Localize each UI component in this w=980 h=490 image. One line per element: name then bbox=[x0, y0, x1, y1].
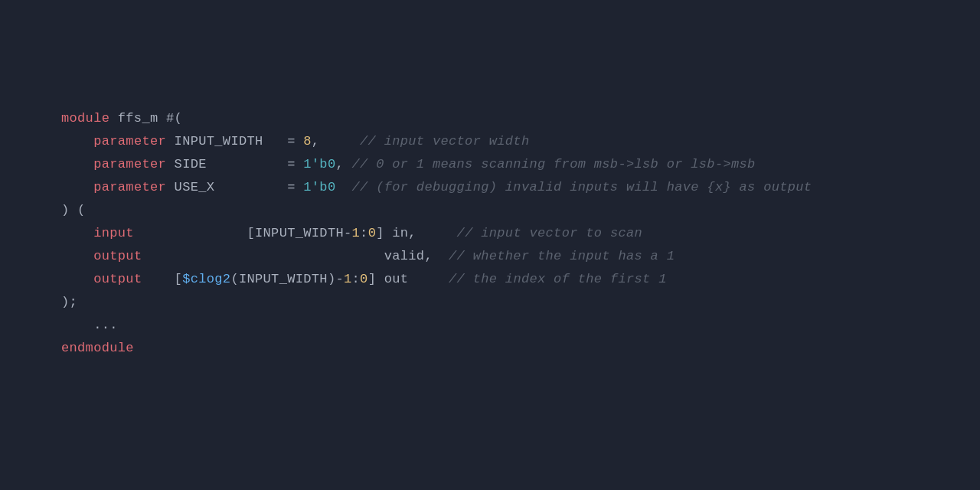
code-token: output bbox=[93, 272, 142, 286]
code-token bbox=[61, 249, 93, 263]
code-line: output [$clog2(INPUT_WIDTH)-1:0] out // … bbox=[61, 268, 812, 291]
code-token: [INPUT_WIDTH- bbox=[247, 226, 351, 240]
code-token: ffs_m #( bbox=[109, 111, 182, 126]
code-token: (INPUT_WIDTH)- bbox=[230, 272, 344, 286]
code-token: // whether the input has a 1 bbox=[449, 249, 675, 263]
code-token: 1'b0 bbox=[303, 180, 335, 194]
code-line: endmodule bbox=[61, 337, 812, 360]
code-token: 1'b0 bbox=[303, 157, 335, 172]
code-token: 0 bbox=[360, 272, 368, 286]
code-token bbox=[134, 226, 247, 240]
code-token: parameter bbox=[93, 157, 166, 172]
code-token: INPUT_WIDTH = bbox=[166, 134, 303, 149]
code-token: ); bbox=[61, 295, 77, 309]
code-token: valid, bbox=[142, 249, 449, 263]
code-token: // input vector to scan bbox=[457, 226, 642, 240]
code-token: 8 bbox=[303, 134, 312, 149]
code-token: module bbox=[61, 111, 109, 126]
code-token: , bbox=[335, 157, 351, 172]
code-token: USE_X = bbox=[166, 180, 303, 194]
code-token: // the index of the first 1 bbox=[449, 272, 667, 286]
code-token: // 0 or 1 means scanning from msb->lsb o… bbox=[352, 157, 756, 172]
code-line: ); bbox=[61, 291, 812, 314]
code-token bbox=[61, 226, 93, 240]
code-token: ... bbox=[61, 318, 118, 332]
code-line: ) ( bbox=[61, 199, 812, 222]
code-token: : bbox=[360, 226, 368, 240]
code-line: output valid, // whether the input has a… bbox=[61, 245, 812, 268]
code-editor: module ffs_m #( parameter INPUT_WIDTH = … bbox=[0, 0, 873, 421]
code-token bbox=[335, 180, 351, 194]
code-token: output bbox=[93, 249, 142, 263]
code-token bbox=[61, 180, 93, 194]
code-token: $clog2 bbox=[182, 272, 230, 286]
code-token bbox=[61, 157, 93, 172]
code-token: ] out bbox=[368, 272, 449, 286]
code-token: 1 bbox=[352, 226, 361, 240]
code-token: input bbox=[93, 226, 134, 240]
code-token bbox=[61, 272, 93, 286]
code-token: SIDE = bbox=[166, 157, 303, 172]
code-line: parameter USE_X = 1'b0 // (for debugging… bbox=[61, 176, 812, 199]
code-token: parameter bbox=[93, 180, 166, 194]
code-token: : bbox=[352, 272, 361, 286]
code-token: [ bbox=[142, 272, 182, 286]
code-line: input [INPUT_WIDTH-1:0] in, // input vec… bbox=[61, 222, 812, 245]
code-token: 0 bbox=[368, 226, 377, 240]
code-token: , bbox=[312, 134, 360, 149]
code-line: parameter SIDE = 1'b0, // 0 or 1 means s… bbox=[61, 153, 812, 176]
code-token: ) ( bbox=[61, 203, 86, 217]
code-line: ... bbox=[61, 314, 812, 337]
code-line: module ffs_m #( bbox=[61, 107, 812, 130]
code-token: endmodule bbox=[61, 341, 134, 355]
code-token bbox=[61, 134, 93, 149]
code-token: parameter bbox=[93, 134, 166, 149]
code-token: ] in, bbox=[376, 226, 456, 240]
code-token: 1 bbox=[344, 272, 352, 286]
code-line: parameter INPUT_WIDTH = 8, // input vect… bbox=[61, 130, 812, 153]
code-token: // input vector width bbox=[360, 134, 529, 149]
code-token: // (for debugging) invalid inputs will h… bbox=[352, 180, 812, 194]
